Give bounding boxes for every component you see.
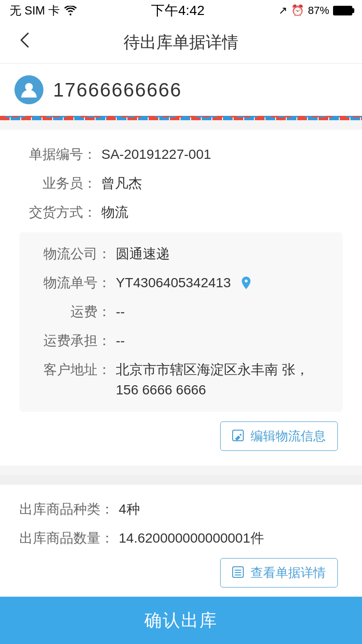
goods-section: 出库商品种类： 4种 出库商品数量： 14.620000000000001件 查… xyxy=(0,485,362,602)
status-bar: 无 SIM 卡 下午4:42 ↗ ⏰ 87% xyxy=(0,0,362,21)
confirm-outbound-button[interactable]: 确认出库 xyxy=(0,597,362,644)
delivery-label: 交货方式： xyxy=(19,202,97,223)
view-btn-label: 查看单据详情 xyxy=(251,564,326,581)
confirm-btn-label: 确认出库 xyxy=(144,609,218,632)
user-header: 17666666666 xyxy=(0,64,362,117)
doc-number-value: SA-20191227-001 xyxy=(101,144,343,165)
delivery-value: 物流 xyxy=(101,202,343,223)
logistics-company-label: 物流公司： xyxy=(34,244,111,264)
edit-btn-label: 编辑物流信息 xyxy=(251,428,326,445)
user-phone: 17666666666 xyxy=(53,79,182,101)
freight-bearer-row: 运费承担： -- xyxy=(34,331,328,351)
back-button[interactable] xyxy=(14,27,35,58)
tracking-location-icon[interactable] xyxy=(237,274,255,292)
goods-types-row: 出库商品种类： 4种 xyxy=(19,499,343,519)
avatar xyxy=(14,75,43,104)
doc-number-row: 单据编号： SA-20191227-001 xyxy=(19,144,343,165)
svg-point-0 xyxy=(25,83,33,91)
freight-bearer-value: -- xyxy=(116,331,328,351)
status-time: 下午4:42 xyxy=(151,1,205,20)
view-btn-row: 查看单据详情 xyxy=(19,558,343,588)
list-icon xyxy=(232,566,246,580)
section-separator xyxy=(0,475,362,485)
basic-info-section: 单据编号： SA-20191227-001 业务员： 曾凡杰 交货方式： 物流 … xyxy=(0,130,362,465)
salesperson-row: 业务员： 曾凡杰 xyxy=(19,173,343,194)
nav-bar: 待出库单据详情 xyxy=(0,21,362,64)
view-detail-button[interactable]: 查看单据详情 xyxy=(220,558,338,588)
freight-bearer-label: 运费承担： xyxy=(34,331,111,351)
freight-label: 运费： xyxy=(34,302,111,322)
location-status-icon: ↗ xyxy=(278,4,287,17)
battery-icon xyxy=(333,6,352,15)
status-right: ↗ ⏰ 87% xyxy=(278,4,352,17)
edit-icon xyxy=(232,430,246,443)
logistics-box: 物流公司： 圆通速递 物流单号： YT4306405342413 运费： -- xyxy=(19,232,343,412)
goods-quantity-row: 出库商品数量： 14.620000000000001件 xyxy=(19,528,343,548)
tracking-label: 物流单号： xyxy=(34,273,111,293)
tracking-value: YT4306405342413 xyxy=(116,273,328,293)
carrier-text: 无 SIM 卡 xyxy=(10,3,60,18)
doc-number-label: 单据编号： xyxy=(19,144,97,165)
logistics-company-row: 物流公司： 圆通速递 xyxy=(34,244,328,264)
alarm-icon: ⏰ xyxy=(291,4,304,17)
status-left: 无 SIM 卡 xyxy=(10,3,77,18)
wifi-icon xyxy=(64,6,77,15)
logistics-company-value: 圆通速递 xyxy=(116,244,328,264)
dashed-divider xyxy=(0,117,362,120)
goods-quantity-label: 出库商品数量： xyxy=(19,528,114,548)
salesperson-label: 业务员： xyxy=(19,173,97,194)
goods-types-value: 4种 xyxy=(119,499,343,519)
freight-row: 运费： -- xyxy=(34,302,328,322)
edit-btn-row: 编辑物流信息 xyxy=(19,421,343,451)
goods-quantity-value: 14.620000000000001件 xyxy=(119,528,343,548)
goods-types-label: 出库商品种类： xyxy=(19,499,114,519)
tracking-row: 物流单号： YT4306405342413 xyxy=(34,273,328,293)
page-title: 待出库单据详情 xyxy=(124,31,238,54)
address-label: 客户地址： xyxy=(34,360,111,380)
salesperson-value: 曾凡杰 xyxy=(101,173,343,194)
address-row: 客户地址： 北京市市辖区海淀区永丰南 张，156 6666 6666 xyxy=(34,360,328,400)
freight-value: -- xyxy=(116,302,328,322)
battery-text: 87% xyxy=(308,4,329,17)
edit-logistics-button[interactable]: 编辑物流信息 xyxy=(220,421,338,451)
address-value: 北京市市辖区海淀区永丰南 张，156 6666 6666 xyxy=(116,360,328,400)
delivery-row: 交货方式： 物流 xyxy=(19,202,343,223)
